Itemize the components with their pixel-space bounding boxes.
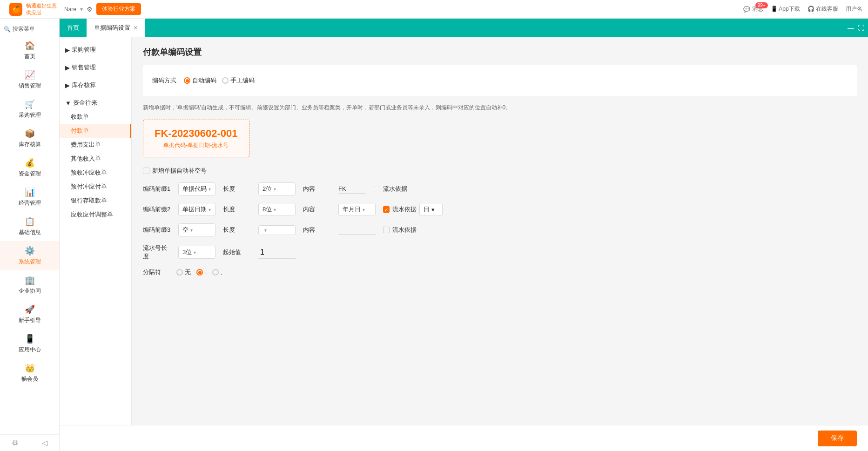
prefix1-arrow-icon: ▾ xyxy=(209,187,211,192)
sidebar-item-ar-ap-adjust[interactable]: 应收应付调整单 xyxy=(60,208,131,222)
logo-text: 畅通道好生意 供应版 xyxy=(26,2,57,16)
top-bar-left: 🍊 畅通道好生意 供应版 Nare ▾ ⚙ 体验行业方案 xyxy=(6,0,141,18)
auto-fill-checkbox[interactable] xyxy=(143,168,149,174)
sales-arrow-icon: ▶ xyxy=(65,64,70,71)
length1-select[interactable]: 2位 ▾ xyxy=(258,182,296,195)
flow-depends2-label: 流水依据 xyxy=(392,205,417,214)
group-inventory: ▶ 库存核算 xyxy=(60,76,131,94)
tab-minimize-icon[interactable]: — xyxy=(848,24,854,32)
app-download-btn[interactable]: 📱 App下载 xyxy=(771,5,800,13)
tab-close-icon[interactable]: ✕ xyxy=(133,25,138,31)
system-icon: ⚙️ xyxy=(25,246,35,256)
logo-icon: 🍊 xyxy=(9,3,22,16)
dropdown-arrow-icon[interactable]: ▾ xyxy=(80,6,83,13)
user-info[interactable]: 用户名 xyxy=(846,5,862,13)
save-button[interactable]: 保存 xyxy=(818,431,857,446)
sep-none-radio[interactable]: 无 xyxy=(176,268,191,276)
group-sales-header[interactable]: ▶ 销售管理 xyxy=(60,61,131,74)
encoding-method-label: 编码方式 xyxy=(152,76,176,85)
sep-dot-radio-btn xyxy=(212,269,219,276)
sep-none-radio-btn xyxy=(176,269,183,276)
bottom-bar: 保存 xyxy=(60,425,868,451)
sidebar-item-bank-deposit[interactable]: 银行存取款单 xyxy=(60,194,131,208)
flow-depends2-select[interactable]: 日 ▾ xyxy=(419,203,443,216)
serial-length-select[interactable]: 3位 ▾ xyxy=(178,246,215,259)
online-service-btn[interactable]: 🎧 在线客服 xyxy=(807,5,838,13)
start-value-input[interactable]: 1 xyxy=(258,246,296,259)
page-title: 付款单编码设置 xyxy=(143,47,857,58)
sidebar-item-member[interactable]: 👑 畅会员 xyxy=(0,358,59,388)
flow-depends2-arrow-icon: ▾ xyxy=(431,206,435,213)
group-purchase: ▶ 采购管理 xyxy=(60,41,131,59)
length3-select[interactable]: ▾ xyxy=(258,225,296,235)
sidebar-item-enterprise[interactable]: 🏢 企业协同 xyxy=(0,270,59,300)
sidebar-search[interactable]: 🔍 搜索菜单 xyxy=(0,22,59,36)
content2-select[interactable]: 年月日 ▾ xyxy=(338,203,376,216)
sidebar-item-purchase[interactable]: 🛒 采购管理 xyxy=(0,94,59,124)
content1-label: 内容 xyxy=(303,185,331,193)
home-icon: 🏠 xyxy=(25,40,35,51)
enterprise-icon: 🏢 xyxy=(25,275,35,285)
prefix3-row: 编码前缀3 空 ▾ 长度 ▾ 内容 流水依据 xyxy=(143,223,857,236)
separator-label: 分隔符 xyxy=(143,268,171,276)
prefix2-select[interactable]: 单据日期 ▾ xyxy=(178,203,215,216)
sidebar-settings-icon[interactable]: ⚙ xyxy=(12,438,18,447)
flow-depends3: 流水依据 xyxy=(383,226,417,234)
sidebar-item-expense[interactable]: 费用支出单 xyxy=(60,138,131,152)
sidebar-item-operations[interactable]: 📊 经营管理 xyxy=(0,182,59,212)
sidebar-item-system[interactable]: ⚙️ 系统管理 xyxy=(0,241,59,270)
experience-btn[interactable]: 体验行业方案 xyxy=(96,3,141,15)
flow-depends1-checkbox[interactable] xyxy=(374,186,380,192)
content3-label: 内容 xyxy=(303,226,331,234)
sidebar-item-inventory[interactable]: 📦 库存核算 xyxy=(0,124,59,153)
member-icon: 👑 xyxy=(25,363,35,373)
flow-depends1-label: 流水依据 xyxy=(383,185,407,193)
settings-icon[interactable]: ⚙ xyxy=(87,6,93,13)
auto-code-radio[interactable]: 自动编码 xyxy=(184,76,216,85)
encoding-radio-group: 自动编码 手工编码 xyxy=(184,76,255,85)
purchase-arrow-icon: ▶ xyxy=(65,47,70,54)
sidebar-item-advance-receipt[interactable]: 预收冲应收单 xyxy=(60,166,131,180)
main-content: 付款单编码设置 编码方式 自动编码 手工编码 xyxy=(132,37,868,425)
group-capital-header[interactable]: ▼ 资金往来 xyxy=(60,96,131,110)
sep-dash-radio[interactable]: - xyxy=(196,269,207,276)
tab-maximize-icon[interactable]: ⛶ xyxy=(858,24,864,32)
separator-row: 分隔符 无 - . xyxy=(143,268,857,276)
sidebar-item-apps[interactable]: 📱 应用中心 xyxy=(0,329,59,358)
sidebar-item-advance-payment[interactable]: 预付冲应付单 xyxy=(60,180,131,194)
sep-dot-radio[interactable]: . xyxy=(212,269,222,276)
auto-code-radio-btn xyxy=(184,77,190,84)
sidebar-item-home[interactable]: 🏠 首页 xyxy=(0,36,59,65)
length3-label: 长度 xyxy=(223,226,251,234)
flow-depends2-checkbox[interactable]: ✓ xyxy=(383,206,390,213)
group-inventory-header[interactable]: ▶ 库存核算 xyxy=(60,78,131,92)
length3-arrow-icon: ▾ xyxy=(264,228,267,233)
flow-depends3-checkbox[interactable] xyxy=(383,227,390,233)
prefix3-label: 编码前缀3 xyxy=(143,226,171,234)
sidebar-item-guide[interactable]: 🚀 新手引导 xyxy=(0,300,59,329)
prefix1-select[interactable]: 单据代码 ▾ xyxy=(178,182,215,195)
purchase-icon: 🛒 xyxy=(25,99,35,109)
sidebar-item-other-income[interactable]: 其他收入单 xyxy=(60,152,131,166)
group-sales: ▶ 销售管理 xyxy=(60,59,131,76)
left-sidebar: 🔍 搜索菜单 🏠 首页 📈 销售管理 🛒 采购管理 📦 库存核算 💰 资金管理 … xyxy=(0,19,60,451)
prefix3-select[interactable]: 空 ▾ xyxy=(178,223,215,236)
sidebar-item-payment[interactable]: 付款单 xyxy=(60,124,131,138)
second-sidebar: ▶ 采购管理 ▶ 销售管理 ▶ 库存核算 xyxy=(60,37,132,425)
manual-code-radio-btn xyxy=(222,77,229,84)
sidebar-collapse-icon[interactable]: ◁ xyxy=(42,438,47,447)
prefix1-label: 编码前缀1 xyxy=(143,185,171,193)
serial-row: 流水号长度 3位 ▾ 起始值 1 xyxy=(143,244,857,261)
sidebar-item-receipt[interactable]: 收款单 xyxy=(60,110,131,124)
sidebar-item-sales[interactable]: 📈 销售管理 xyxy=(0,65,59,94)
sidebar-item-basic[interactable]: 📋 基础信息 xyxy=(0,212,59,241)
tab-encoding[interactable]: 单据编码设置 ✕ xyxy=(87,19,145,37)
length2-select[interactable]: 8位 ▾ xyxy=(258,203,296,216)
sidebar-item-finance[interactable]: 💰 资金管理 xyxy=(0,153,59,182)
message-icon: 💬 xyxy=(743,6,750,13)
manual-code-radio[interactable]: 手工编码 xyxy=(222,76,255,85)
group-purchase-header[interactable]: ▶ 采购管理 xyxy=(60,43,131,57)
message-btn[interactable]: 💬 消息 99+ xyxy=(743,5,763,13)
tab-home[interactable]: 首页 xyxy=(60,19,87,37)
main-layout: 🔍 搜索菜单 🏠 首页 📈 销售管理 🛒 采购管理 📦 库存核算 💰 资金管理 … xyxy=(0,19,868,451)
